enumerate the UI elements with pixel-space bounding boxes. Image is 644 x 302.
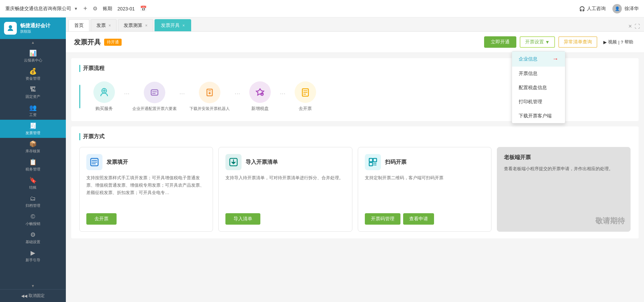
gudingzichan-icon: 🏗 bbox=[30, 86, 36, 93]
calendar-icon[interactable]: 📅 bbox=[140, 5, 147, 12]
method-card-import: 导入开票清单 支持导入待开票清单，可对待开票清单进行拆分、合并处理。 导入清单 bbox=[218, 147, 352, 232]
step4-icon: + bbox=[249, 81, 271, 103]
sidebar-item-jichushezhi[interactable]: ⚙ 基础设置 bbox=[0, 229, 66, 247]
yunbao-label: 云报表中心 bbox=[24, 58, 42, 63]
pending-label: 敬请期待 bbox=[595, 216, 625, 226]
add-tab-button[interactable]: + bbox=[83, 5, 87, 12]
dropdown-item-tax-disk[interactable]: 配置税盘信息 bbox=[512, 81, 565, 95]
arrow3: ··· bbox=[234, 89, 240, 97]
arrow1: ··· bbox=[124, 89, 130, 97]
scan-method-title: 扫码开票 bbox=[385, 159, 406, 166]
sidebar-item-shuiwu[interactable]: 📋 税务管理 bbox=[0, 156, 66, 174]
guidang-icon: 🗂 bbox=[30, 195, 36, 202]
arrow-right-icon: → bbox=[552, 55, 558, 63]
sidebar-item-gongzi[interactable]: 👥 工资 bbox=[0, 102, 66, 120]
svg-rect-5 bbox=[208, 90, 211, 91]
sidebar-item-xiaochang[interactable]: © 小畅报销 bbox=[0, 211, 66, 229]
tab-home[interactable]: 首页 bbox=[69, 19, 89, 31]
step2-icon bbox=[144, 82, 165, 103]
sidebar: 畅捷通好会计 旗舰版 ▲ 📊 云报表中心 💰 资金管理 🏗 固定资产 👥 工资 bbox=[0, 17, 66, 302]
logo-text: 畅捷通好会计 bbox=[20, 23, 50, 29]
view-application-button[interactable]: 查看申请 bbox=[403, 213, 434, 225]
import-method-title: 导入开票清单 bbox=[246, 159, 278, 166]
import-method-desc: 支持导入待开票清单，可对待开票清单进行拆分、合并处理。 bbox=[225, 174, 345, 208]
step3-label: 下载并安装开票机器人 bbox=[189, 106, 230, 112]
svg-point-0 bbox=[9, 25, 12, 29]
sidebar-item-guidang[interactable]: 🗂 归档管理 bbox=[0, 192, 66, 211]
sidebar-item-gudingzichan[interactable]: 🏗 固定资产 bbox=[0, 83, 66, 102]
step1-icon bbox=[93, 81, 115, 103]
period-value: 2023-01 bbox=[118, 6, 135, 11]
jiezhang-label: 结账 bbox=[29, 185, 37, 190]
settings-icon[interactable]: ⚙ bbox=[93, 5, 97, 12]
sidebar-scroll-down[interactable]: ▼ bbox=[0, 282, 66, 289]
cancel-fixed-button[interactable]: ◀◀ 取消固定 bbox=[0, 289, 66, 302]
tab-fapiao[interactable]: 发票 × bbox=[91, 19, 117, 31]
sidebar-items: 📊 云报表中心 💰 资金管理 🏗 固定资产 👥 工资 🧾 发票管理 📦 bbox=[0, 46, 66, 266]
sidebar-item-xinshouyindao[interactable]: ▶ 新手引导 bbox=[0, 247, 66, 265]
avatar: 👤 bbox=[612, 4, 622, 13]
tab-close-cesuan[interactable]: × bbox=[145, 23, 147, 28]
maximize-button[interactable]: ⛶ bbox=[635, 24, 640, 30]
main-layout: 畅捷通好会计 旗舰版 ▲ 📊 云报表中心 💰 资金管理 🏗 固定资产 👥 工资 bbox=[0, 17, 644, 302]
sidebar-item-fapiao[interactable]: 🧾 发票管理 bbox=[0, 120, 66, 138]
sidebar-item-yunbao[interactable]: 📊 云报表中心 bbox=[0, 47, 66, 65]
period-label: 账期 bbox=[103, 6, 112, 12]
dropdown-item-download-client[interactable]: 下载开票客户端 bbox=[512, 109, 565, 123]
step3-icon bbox=[199, 82, 220, 103]
svg-rect-17 bbox=[374, 164, 375, 165]
gudingzichan-label: 固定资产 bbox=[26, 94, 40, 99]
cancel-fixed-label: 取消固定 bbox=[29, 293, 45, 299]
tab-bar-right: × ⛶ bbox=[628, 23, 644, 31]
scan-card-header: 扫码开票 bbox=[365, 154, 484, 170]
divider: | bbox=[618, 40, 619, 45]
tab-fapiaocesuan[interactable]: 发票测算 × bbox=[118, 19, 153, 31]
fill-invoice-button[interactable]: 去开票 bbox=[86, 213, 117, 225]
user-info[interactable]: 👤 徐泽华 bbox=[612, 4, 639, 13]
flow-step-3: 下载并安装开票机器人 bbox=[186, 82, 233, 112]
play-icon: ▶ bbox=[603, 40, 607, 45]
tab-kaiju-label: 发票开具 bbox=[161, 23, 180, 29]
page-title: 发票开具 bbox=[74, 38, 101, 47]
dropdown-item-printer[interactable]: 打印机管理 bbox=[512, 95, 565, 109]
sidebar-scroll-up[interactable]: ▲ bbox=[0, 39, 66, 46]
sidebar-item-jiezhang[interactable]: 🔖 结账 bbox=[0, 174, 66, 192]
qrcode-manage-button[interactable]: 开票码管理 bbox=[365, 213, 400, 225]
invoice-info-label: 开票信息 bbox=[519, 71, 538, 76]
dropdown-item-company-info[interactable]: 企业信息 → bbox=[512, 51, 565, 67]
guidang-label: 归档管理 bbox=[26, 203, 40, 208]
video-help-button[interactable]: ▶ 视频 | ? 帮助 bbox=[601, 37, 636, 47]
fill-method-desc: 支持按照发票样式手工填开发票；可开具增值税电子普通发票、增值税普通发票、增值税专… bbox=[86, 174, 206, 208]
dropdown-item-invoice-info[interactable]: 开票信息 bbox=[512, 67, 565, 81]
tab-close-fapiao[interactable]: × bbox=[109, 23, 111, 28]
company-selector[interactable]: 重庆畅捷交通信息咨询有限公司 ▼ bbox=[5, 6, 78, 12]
abnormal-button[interactable]: 异常清单查询 bbox=[558, 36, 597, 48]
question-icon: ? bbox=[621, 40, 623, 45]
settings-dropdown-menu: 企业信息 → 开票信息 配置税盘信息 打印机管理 下 bbox=[512, 51, 565, 123]
arrow2: ··· bbox=[179, 89, 185, 97]
step4-label: 新增税盘 bbox=[251, 106, 269, 112]
import-list-button[interactable]: 导入清单 bbox=[225, 213, 260, 225]
close-window-button[interactable]: × bbox=[628, 23, 632, 30]
sidebar-item-kucun[interactable]: 📦 库存核算 bbox=[0, 138, 66, 156]
video-label: 视频 bbox=[608, 39, 617, 45]
tab-fapiaokaiju[interactable]: 发票开具 × bbox=[155, 19, 191, 31]
top-bar-tools: + ⚙ 账期 2023-01 📅 bbox=[83, 5, 147, 12]
tab-close-kaiju[interactable]: × bbox=[182, 23, 185, 28]
consult-button[interactable]: 🎧 人工咨询 bbox=[579, 6, 606, 12]
sidebar-item-zijin[interactable]: 💰 资金管理 bbox=[0, 65, 66, 83]
gongzi-icon: 👥 bbox=[29, 104, 37, 111]
flow-step-2: 企业开通配置开票六要素 bbox=[131, 82, 178, 112]
svg-rect-13 bbox=[373, 158, 377, 162]
sidebar-logo: 畅捷通好会计 旗舰版 bbox=[0, 17, 66, 39]
company-name: 重庆畅捷交通信息咨询有限公司 bbox=[5, 6, 71, 12]
settings-dropdown-button[interactable]: 开票设置 ▼ bbox=[520, 36, 555, 48]
activate-button[interactable]: 立即开通 bbox=[484, 36, 516, 48]
top-bar: 重庆畅捷交通信息咨询有限公司 ▼ + ⚙ 账期 2023-01 📅 🎧 人工咨询… bbox=[0, 0, 644, 17]
fapiao-icon: 🧾 bbox=[29, 122, 37, 129]
method-card-boss: 老板端开票 查看老板端小程序提交的开票申请，并作出相应的处理。 敬请期待 bbox=[497, 147, 631, 232]
download-client-label: 下载开票客户端 bbox=[519, 113, 552, 118]
arrow4: ··· bbox=[280, 89, 286, 97]
shuiwu-label: 税务管理 bbox=[26, 167, 40, 172]
method-card-scan: 扫码开票 支持定制开票二维码，客户端可扫码开票 开票码管理 查看申请 bbox=[358, 147, 491, 232]
